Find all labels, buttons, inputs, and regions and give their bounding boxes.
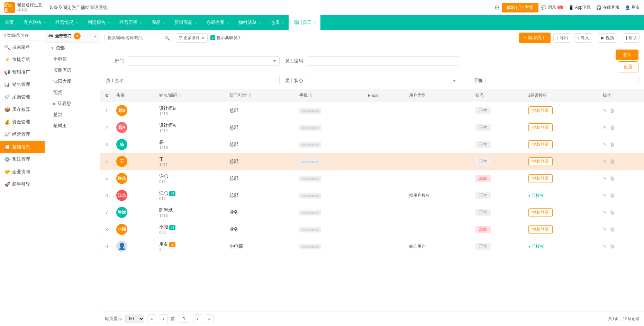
- more-filters-button[interactable]: ▽ 更多条件 ∧: [176, 33, 208, 43]
- edit-icon[interactable]: ✎: [603, 193, 607, 198]
- message-button[interactable]: 💬 消息 5: [541, 5, 563, 10]
- authorized-label: 已授权: [528, 244, 596, 249]
- delete-icon[interactable]: 🗑: [610, 159, 615, 164]
- delete-icon[interactable]: 🗑: [610, 210, 615, 215]
- sidebar-item-system[interactable]: ⚙️系统管理: [0, 153, 45, 166]
- auth-button[interactable]: 授权登录: [528, 225, 553, 234]
- show-departed-toggle[interactable]: ✓ 显示离职员工: [210, 35, 242, 41]
- nav-item-operation[interactable]: 经营情况 ×: [51, 15, 82, 30]
- phone-value: ●●●●●●●: [299, 244, 321, 249]
- edit-icon[interactable]: ✎: [603, 244, 607, 249]
- dept-tree-item-xiaodian[interactable]: 小电部: [45, 54, 100, 65]
- edit-icon[interactable]: ✎: [603, 125, 607, 130]
- sidebar-item-search[interactable]: 🔍搜索菜单: [0, 41, 45, 53]
- dept-cell: 总部: [226, 170, 296, 187]
- nav-item-add-goods[interactable]: 新增商品 ×: [170, 15, 201, 30]
- dept-edit-button[interactable]: ✎: [74, 33, 81, 39]
- add-employee-button[interactable]: + 新增员工: [519, 33, 551, 43]
- code-filter-input[interactable]: [306, 56, 459, 66]
- settings-icon[interactable]: ⚙: [494, 4, 500, 11]
- dept-tree-item-distribution[interactable]: 配货: [45, 87, 100, 98]
- first-page-button[interactable]: «: [147, 314, 156, 323]
- delete-icon[interactable]: 🗑: [610, 125, 615, 130]
- search-input[interactable]: [108, 35, 163, 40]
- auth-button[interactable]: 授权登录: [528, 157, 553, 166]
- sidebar-item-inventory[interactable]: 📦库存核算: [0, 103, 45, 116]
- nav-item-dept[interactable]: 部门员工 ×: [289, 15, 320, 30]
- nav-item-goods[interactable]: 商品 ×: [147, 15, 170, 30]
- dept-tree-item-shenyang[interactable]: 沈阳大库: [45, 76, 100, 87]
- help-button[interactable]: | 帮助: [623, 33, 640, 43]
- next-page-button[interactable]: ›: [193, 314, 202, 323]
- user-button[interactable]: 👤 用友: [625, 5, 640, 10]
- nav-item-history[interactable]: 经营历程 ×: [115, 15, 146, 30]
- delete-icon[interactable]: 🗑: [610, 244, 615, 249]
- col-settings[interactable]: ⚙: [100, 89, 113, 102]
- sidebar-item-marketing[interactable]: 📢营销推广: [0, 66, 45, 78]
- sort-phone-icon[interactable]: ⇅: [309, 94, 312, 97]
- delete-icon[interactable]: 🗑: [610, 193, 615, 198]
- edit-icon[interactable]: ✎: [603, 210, 607, 215]
- col-phone[interactable]: 手机 ⇅: [296, 89, 364, 102]
- delete-icon[interactable]: 🗑: [610, 176, 615, 181]
- dept-tree-item-shuanglu[interactable]: ▶ 双鹿想: [45, 98, 100, 109]
- sidebar-item-sales[interactable]: 📊销售管理: [0, 78, 45, 91]
- auth-button[interactable]: 授权登录: [528, 208, 553, 217]
- col-email: Email: [364, 89, 406, 102]
- online-service-button[interactable]: 🎧 在线客服: [596, 5, 619, 10]
- nav-item-barcode[interactable]: 条码方案 ×: [202, 15, 234, 30]
- delete-icon[interactable]: 🗑: [610, 227, 615, 232]
- sort-dept-icon[interactable]: ⇅: [249, 94, 252, 97]
- sidebar-item-ops[interactable]: 📈经营管理: [0, 128, 45, 141]
- page-number-input[interactable]: [178, 315, 190, 323]
- sidebar-item-quicknav[interactable]: ⚡快捷导航: [0, 53, 45, 66]
- import-button[interactable]: ↓ 导入: [574, 33, 592, 43]
- dept-tree-item-zhishu[interactable]: 植树王二: [45, 120, 100, 131]
- sidebar-item-collab[interactable]: 🤝企业协同: [0, 166, 45, 178]
- dept-tree-item-zongbu[interactable]: 总部: [45, 109, 100, 120]
- auth-button[interactable]: 授权登录: [528, 123, 553, 132]
- auth-button[interactable]: 授权登录: [528, 140, 553, 149]
- edit-icon[interactable]: ✎: [603, 108, 607, 113]
- app-download-button[interactable]: 📱 App下载: [569, 5, 591, 10]
- experience-button[interactable]: 体验行业方案: [502, 3, 538, 12]
- dept-tree-root[interactable]: ▼ 总部: [45, 43, 100, 54]
- auth-button[interactable]: 授权登录: [528, 174, 553, 183]
- sidebar-item-finance[interactable]: 💰资金管理: [0, 116, 45, 128]
- nav-item-profit[interactable]: 利润报告 ×: [83, 15, 115, 30]
- delete-icon[interactable]: 🗑: [610, 108, 615, 113]
- view-button[interactable]: ▶ 视频: [598, 33, 617, 43]
- edit-icon[interactable]: ✎: [603, 227, 607, 232]
- dept-filter-select[interactable]: [127, 56, 280, 66]
- edit-icon[interactable]: ✎: [603, 142, 607, 147]
- col-dept[interactable]: 部门/职位 ⇅: [226, 89, 296, 102]
- auth-button[interactable]: 授权登录: [528, 106, 553, 115]
- usertype-cell: 按用户授权: [406, 187, 472, 204]
- sidebar-search-input[interactable]: [3, 33, 45, 38]
- nav-item-customer[interactable]: 客户联络 ×: [19, 15, 51, 30]
- phone-filter-input[interactable]: [486, 76, 638, 85]
- nav-item-bom[interactable]: 物料清单 ×: [234, 15, 265, 30]
- delete-icon[interactable]: 🗑: [610, 142, 615, 147]
- last-page-button[interactable]: »: [205, 314, 214, 323]
- sidebar-item-guide[interactable]: 🚀新手引导: [0, 178, 45, 191]
- page-label: 首: [171, 316, 175, 322]
- edit-icon[interactable]: ✎: [603, 159, 607, 164]
- edit-icon[interactable]: ✎: [603, 176, 607, 181]
- nav-item-home[interactable]: 首页: [0, 15, 19, 30]
- prev-page-button[interactable]: ‹: [159, 314, 168, 323]
- sidebar-item-purchase[interactable]: 🛒采购管理: [0, 91, 45, 103]
- sidebar-item-basic[interactable]: 📋基础信息: [0, 141, 45, 153]
- sort-name-icon[interactable]: ⇅: [179, 94, 182, 97]
- nav-item-warehouse[interactable]: 仓库 ×: [266, 15, 289, 30]
- page-size-select[interactable]: 50 20 100: [125, 315, 144, 323]
- dept-collapse-button[interactable]: «: [94, 33, 97, 39]
- status-filter-select[interactable]: [306, 76, 459, 85]
- col-name[interactable]: 姓名/编码 ⇅: [156, 89, 226, 102]
- export-button[interactable]: ↑ 导出: [553, 33, 571, 43]
- dept-tree-item-project[interactable]: 项目库房: [45, 65, 100, 76]
- set-button[interactable]: 设置: [618, 61, 638, 72]
- query-button[interactable]: 查询: [616, 50, 638, 60]
- employee-code: 1218: [159, 146, 222, 150]
- name-filter-input[interactable]: [127, 76, 280, 85]
